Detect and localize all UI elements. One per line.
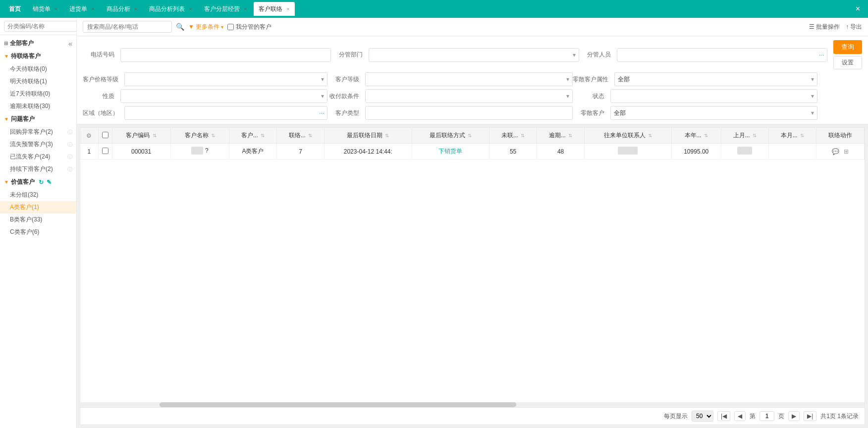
- select-retail-attr[interactable]: 全部 ▾: [614, 72, 817, 86]
- last-page-btn[interactable]: ▶|: [804, 411, 816, 421]
- filter-row-4: 区域（地区） ··· 客户类型 零散客户 全部 ▾: [83, 106, 862, 120]
- close-all-tabs[interactable]: ×: [852, 2, 864, 15]
- table-container: ⚙ 客户编码 ⇅ 客户名称 ⇅: [80, 127, 865, 425]
- th-last-method: 最后联络方式 ⇅: [412, 128, 489, 144]
- sidebar-item-today[interactable]: 今天待联络(0): [0, 63, 76, 75]
- sort-icon-overdue[interactable]: ⇅: [568, 133, 572, 138]
- sort-icon-code[interactable]: ⇅: [153, 133, 157, 138]
- label-retail-attr: 零散客户属性: [573, 75, 611, 84]
- sidebar-group-problem-header[interactable]: ▼ 问题客户: [0, 112, 76, 126]
- payment-arrow: ▾: [566, 93, 569, 100]
- th-action: 联络动作: [816, 128, 864, 144]
- cust-level-arrow: ▾: [566, 76, 569, 83]
- nav-home[interactable]: 首页: [4, 2, 26, 16]
- close-tab-purchase[interactable]: ×: [91, 6, 94, 12]
- sidebar-item-class-c[interactable]: C类客户(6): [0, 226, 76, 238]
- sidebar-item-class-b[interactable]: B类客户(33): [0, 214, 76, 226]
- select-payment[interactable]: ▾: [365, 89, 572, 103]
- sort-icon-not-contact[interactable]: ⇅: [521, 133, 525, 138]
- sort-icon-unit-contact[interactable]: ⇅: [648, 133, 652, 138]
- filter-search-icon[interactable]: 🔍: [176, 23, 184, 31]
- close-tab-customer-contact[interactable]: ×: [286, 6, 289, 12]
- scrollbar-thumb[interactable]: [160, 402, 516, 407]
- select-cust-type[interactable]: [365, 106, 572, 120]
- manager-ellipsis[interactable]: ···: [819, 52, 824, 58]
- th-num: ⚙: [80, 128, 98, 144]
- close-tab-customer-tier[interactable]: ×: [244, 6, 247, 12]
- batch-op-btn[interactable]: ☰ 批量操作: [809, 23, 840, 31]
- nav-tab-customer-tier[interactable]: 客户分层经营 ×: [199, 2, 252, 16]
- select-retail-cust[interactable]: 全部 ▾: [610, 106, 817, 120]
- prev-page-btn[interactable]: ◀: [734, 411, 746, 421]
- select-price-level[interactable]: ▾: [124, 72, 327, 86]
- filter-bar: 🔍 ▼ 更多条件 ▾ 我分管的客户 ☰ 批量操作 ↑ 导出: [77, 18, 868, 36]
- select-phone[interactable]: [120, 48, 331, 62]
- select-manager[interactable]: ···: [617, 48, 827, 62]
- region-ellipsis[interactable]: ···: [319, 109, 324, 116]
- sidebar-item-abnormal[interactable]: 回购异常客户(2) ⓘ: [0, 126, 76, 138]
- nav-tab-customer-contact[interactable]: 客户联络 ×: [254, 2, 294, 16]
- my-customers-checkbox[interactable]: [227, 24, 234, 30]
- retail-cust-arrow: ▾: [811, 109, 814, 116]
- sidebar-search-input[interactable]: [4, 21, 77, 32]
- sidebar-search-area: 🔍: [0, 18, 76, 35]
- horizontal-scrollbar[interactable]: [80, 402, 865, 407]
- sort-icon-last-method[interactable]: ⇅: [468, 133, 472, 138]
- select-nature[interactable]: ▾: [120, 89, 327, 103]
- nav-tab-purchase[interactable]: 进货单 ×: [64, 2, 99, 16]
- close-tab-goods-analysis[interactable]: ×: [134, 6, 137, 12]
- info-icon-abnormal: ⓘ: [67, 129, 72, 136]
- sidebar-group-value-header[interactable]: ▼ 价值客户 ↻ ✎: [0, 175, 76, 189]
- first-page-btn[interactable]: |◀: [717, 411, 730, 421]
- sort-icon-name[interactable]: ⇅: [211, 133, 215, 138]
- last-method-link[interactable]: 下销货单: [438, 148, 462, 155]
- row-checkbox[interactable]: [102, 148, 108, 154]
- select-region[interactable]: ···: [124, 106, 327, 120]
- sidebar-item-declining[interactable]: 持续下滑客户(2) ⓘ: [0, 163, 76, 175]
- nav-tab-goods-list[interactable]: 商品分析列表 ×: [144, 2, 197, 16]
- sidebar-item-7days[interactable]: 近7天待联络(0): [0, 88, 76, 100]
- nav-tab-goods-analysis[interactable]: 商品分析 ×: [102, 2, 142, 16]
- sidebar-all-customers[interactable]: ⊞ 全部客户: [4, 39, 34, 48]
- refresh-icon[interactable]: ↻: [39, 179, 44, 186]
- sort-icon-this-month[interactable]: ⇅: [800, 133, 804, 138]
- edit-icon[interactable]: ✎: [47, 179, 52, 186]
- comment-icon[interactable]: 💬: [832, 148, 839, 155]
- sidebar-item-tomorrow[interactable]: 明天待联络(1): [0, 75, 76, 88]
- sort-icon-contact[interactable]: ⇅: [308, 133, 312, 138]
- filter-cell-cust-type: 客户类型: [327, 106, 572, 120]
- page-input[interactable]: [760, 411, 774, 421]
- sort-icon-this-year[interactable]: ⇅: [704, 133, 708, 138]
- query-button[interactable]: 查询: [833, 40, 862, 54]
- sidebar-item-ungrouped[interactable]: 未分组(32): [0, 189, 76, 201]
- more-arrow-icon: ▾: [221, 24, 223, 30]
- sidebar-collapse-btn[interactable]: «: [68, 40, 72, 48]
- sidebar-item-churn-warning[interactable]: 流失预警客户(3) ⓘ: [0, 138, 76, 151]
- per-page-select[interactable]: 50: [692, 411, 713, 422]
- table-gear-icon[interactable]: ⚙: [86, 132, 92, 139]
- my-customers-checkbox-label[interactable]: 我分管的客户: [227, 23, 271, 31]
- sort-icon-last-month[interactable]: ⇅: [753, 133, 757, 138]
- select-dept[interactable]: ▾: [369, 48, 579, 62]
- close-tab-goods-list[interactable]: ×: [189, 6, 192, 12]
- nav-tab-sales[interactable]: 销货单 ×: [28, 2, 62, 16]
- sidebar-item-class-a[interactable]: A类客户(1): [0, 201, 76, 214]
- filter-more-btn[interactable]: ▼ 更多条件 ▾: [188, 23, 223, 31]
- next-page-btn[interactable]: ▶: [788, 411, 800, 421]
- filter-cell-cust-level: 客户等级 ▾: [327, 72, 572, 86]
- sidebar-item-overdue[interactable]: 逾期未联络(30): [0, 100, 76, 112]
- export-btn[interactable]: ↑ 导出: [846, 23, 862, 31]
- search-input[interactable]: [83, 21, 172, 33]
- select-cust-level[interactable]: ▾: [365, 72, 572, 86]
- sidebar-item-churned[interactable]: 已流失客户(24) ⓘ: [0, 151, 76, 163]
- settings-button[interactable]: 设置: [833, 56, 862, 69]
- select-status[interactable]: ▾: [610, 89, 817, 103]
- sort-icon-last-date[interactable]: ⇅: [385, 133, 389, 138]
- close-tab-sales[interactable]: ×: [54, 6, 57, 12]
- cell-contact: 7: [276, 144, 324, 160]
- qrcode-icon[interactable]: ⊞: [844, 148, 849, 155]
- page-label: 第: [750, 412, 756, 421]
- sidebar-group-pending-header[interactable]: ▼ 待联络客户: [0, 50, 76, 63]
- select-all-checkbox[interactable]: [102, 132, 108, 138]
- sort-icon-level[interactable]: ⇅: [261, 133, 265, 138]
